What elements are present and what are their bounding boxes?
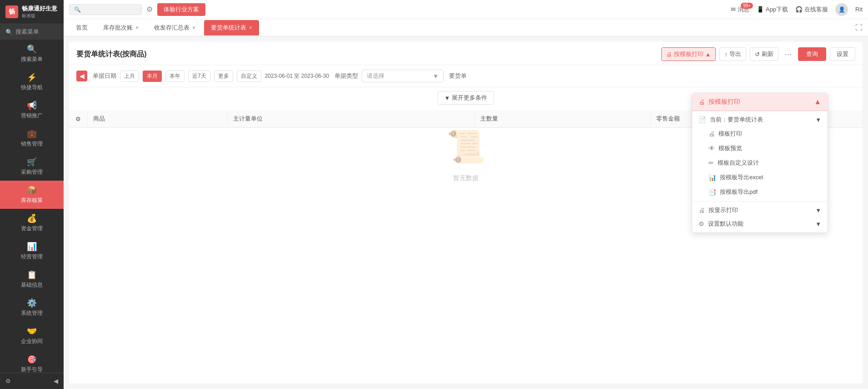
tab-batch-account[interactable]: 库存批次账× <box>96 20 145 35</box>
refresh-button[interactable]: ↺ 刷新 <box>750 47 778 61</box>
maximize-icon[interactable]: ⛶ <box>855 24 863 32</box>
message-badge: 99+ <box>741 3 753 9</box>
display-print-label: 按显示打印 <box>708 206 738 214</box>
topbar-right: ✉ 消息 99+ 📱 App下载 🎧 在线客服 👤 Rit <box>731 3 863 16</box>
print-icon: 🖨 <box>666 51 672 58</box>
message-icon: ✉ <box>731 6 736 13</box>
current-template-group[interactable]: 📄 当前：要货单统计表 ▼ <box>692 113 828 126</box>
sidebar-item-system[interactable]: ⚙️系统管理 <box>0 293 64 322</box>
template-print-item[interactable]: 🖨 模板打印 <box>692 126 828 141</box>
template-design-item[interactable]: ✏ 模板自定义设计 <box>692 156 828 170</box>
date-filter-group: 单据日期 上月 本月 本年 近7天 更多 自定义 2023-06-01 至 20… <box>93 71 329 82</box>
search-icon: 🔍 <box>5 29 13 35</box>
template-pdf-item[interactable]: 📑 按模板导出pdf <box>692 185 828 199</box>
date-7days[interactable]: 近7天 <box>188 71 210 82</box>
empty-illustration: 📜 <box>446 128 486 165</box>
topbar-search[interactable]: 🔍 <box>69 4 142 15</box>
tab-home[interactable]: 首页 <box>69 20 95 35</box>
set-default-label: 设置默认功能 <box>708 220 743 228</box>
expand-icon: ▼ <box>444 95 450 101</box>
close-icon[interactable]: ▲ <box>814 98 821 106</box>
template-excel-item[interactable]: 📊 按模板导出excel <box>692 170 828 185</box>
tab-receipt-summary[interactable]: 收发存汇总表× <box>147 20 202 35</box>
nav-icon-operations: 📊 <box>27 242 37 252</box>
date-current-month[interactable]: 本月 <box>143 71 162 82</box>
sidebar-bottom: ⚙ ◀ <box>0 373 64 389</box>
sidebar-search[interactable]: 🔍 搜索菜单 <box>0 24 64 40</box>
logo-icon: 畅 <box>5 5 18 18</box>
sidebar-item-basic[interactable]: 📋基础信息 <box>0 265 64 293</box>
print-dropdown-header-left: 🖨 按模板打印 <box>698 98 740 106</box>
settings-button[interactable]: 设置 <box>830 47 855 61</box>
type-filter-select[interactable]: 请选择 ▼ <box>362 70 444 82</box>
sidebar-item-purchase[interactable]: 🛒采购管理 <box>0 152 64 181</box>
col-check: ⚙ <box>69 110 87 128</box>
set-default-group[interactable]: ⚙ 设置默认功能 ▼ <box>692 217 828 231</box>
chevron-up-icon: ▲ <box>705 51 711 58</box>
sidebar: 畅 畅康通好生意 标准版 🔍 搜索菜单 🔍搜索菜单⚡快捷导航📢营销推广💼销售管理… <box>0 0 64 389</box>
sidebar-item-quick-nav[interactable]: ⚡快捷导航 <box>0 68 64 96</box>
sidebar-item-marketing[interactable]: 📢营销推广 <box>0 96 64 124</box>
template-preview-item[interactable]: 👁 模板预览 <box>692 141 828 156</box>
template-preview-label: 模板预览 <box>718 144 742 152</box>
filter-collapse-button[interactable]: ◀ <box>76 71 87 81</box>
nav-label-basic: 基础信息 <box>21 281 43 289</box>
print-dropdown-header[interactable]: 🖨 按模板打印 ▲ <box>692 93 828 111</box>
date-current-year[interactable]: 本年 <box>165 71 185 82</box>
display-print-group[interactable]: 🖨 按显示打印 ▼ <box>692 203 828 217</box>
sidebar-item-guide[interactable]: 🎯新手引导 <box>0 350 64 373</box>
refresh-icon: ↺ <box>755 51 760 58</box>
col-qty: 主数量 <box>475 110 651 128</box>
tab-close-receipt-summary[interactable]: × <box>192 25 195 31</box>
sidebar-item-enterprise[interactable]: 🤝企业协同 <box>0 322 64 350</box>
search-label: 搜索菜单 <box>15 28 39 36</box>
avatar[interactable]: 👤 <box>835 3 848 16</box>
nav-label-quick-nav: 快捷导航 <box>21 84 43 91</box>
date-more[interactable]: 更多 <box>214 71 233 82</box>
collapse-icon[interactable]: ◀ <box>54 378 58 384</box>
online-service-button[interactable]: 🎧 在线客服 <box>795 5 828 14</box>
message-button[interactable]: ✉ 消息 99+ <box>731 5 749 14</box>
nav-icon-system: ⚙️ <box>27 298 37 308</box>
nav-icon-purchase: 🛒 <box>27 157 37 167</box>
date-filter-label: 单据日期 <box>93 72 116 80</box>
tab-order-summary[interactable]: 要货单统计表× <box>204 20 259 35</box>
trial-button[interactable]: 体验行业方案 <box>157 3 205 16</box>
settings-icon[interactable]: ⚙ <box>5 378 11 384</box>
sidebar-item-finance[interactable]: 💰资金管理 <box>0 209 64 237</box>
page-header: 要货单统计表(按商品) 🖨 按模板打印 ▲ ↑ 导出 ↺ 刷新 <box>69 42 863 65</box>
online-service-label: 在线客服 <box>804 5 828 14</box>
nav-label-search: 搜索菜单 <box>21 56 43 63</box>
app-download-button[interactable]: 📱 App下载 <box>757 5 788 14</box>
sidebar-item-search[interactable]: 🔍搜索菜单 <box>0 40 64 68</box>
pdf-item-icon: 📑 <box>708 188 716 196</box>
logo-text: 畅康通好生意 标准版 <box>22 5 57 19</box>
more-icon[interactable]: ··· <box>782 50 794 59</box>
settings-col-icon[interactable]: ⚙ <box>75 116 81 122</box>
expand-more-button[interactable]: ▼ 展开更多条件 <box>438 91 494 105</box>
display-print-icon: 🖨 <box>698 207 705 214</box>
sidebar-item-operations[interactable]: 📊经营管理 <box>0 237 64 265</box>
gear-icon[interactable]: ⚙ <box>146 5 153 14</box>
print-dropdown: 🖨 按模板打印 ▲ 📄 当前：要货单统计表 ▼ <box>692 93 828 233</box>
tab-label-receipt-summary: 收发存汇总表 <box>154 24 190 32</box>
page-card: 要货单统计表(按商品) 🖨 按模板打印 ▲ ↑ 导出 ↺ 刷新 <box>69 42 863 384</box>
tab-close-batch-account[interactable]: × <box>135 25 139 31</box>
date-custom[interactable]: 自定义 <box>237 71 261 82</box>
col-unit: 主计量单位 <box>227 110 474 128</box>
export-button[interactable]: ↑ 导出 <box>719 47 746 61</box>
expand-label: 展开更多条件 <box>452 94 487 102</box>
sidebar-item-sales[interactable]: 💼销售管理 <box>0 124 64 152</box>
template-print-label: 模板打印 <box>718 130 742 138</box>
topbar: 🔍 ⚙ 体验行业方案 ✉ 消息 99+ 📱 App下载 🎧 在线客服 👤 Rit <box>64 0 868 19</box>
col-goods: 商品 <box>87 110 227 128</box>
tab-close-order-summary[interactable]: × <box>249 25 252 31</box>
print-item-icon: 🖨 <box>708 130 715 137</box>
nav-icon-marketing: 📢 <box>27 101 37 111</box>
type-filter-group: 单据类型 请选择 ▼ <box>334 70 444 82</box>
phone-icon: 📱 <box>757 6 764 13</box>
sidebar-item-inventory[interactable]: 📦库存核算 <box>0 181 64 209</box>
query-button[interactable]: 查询 <box>798 47 826 61</box>
date-prev-month[interactable]: 上月 <box>120 71 139 82</box>
print-button[interactable]: 🖨 按模板打印 ▲ <box>661 47 716 61</box>
